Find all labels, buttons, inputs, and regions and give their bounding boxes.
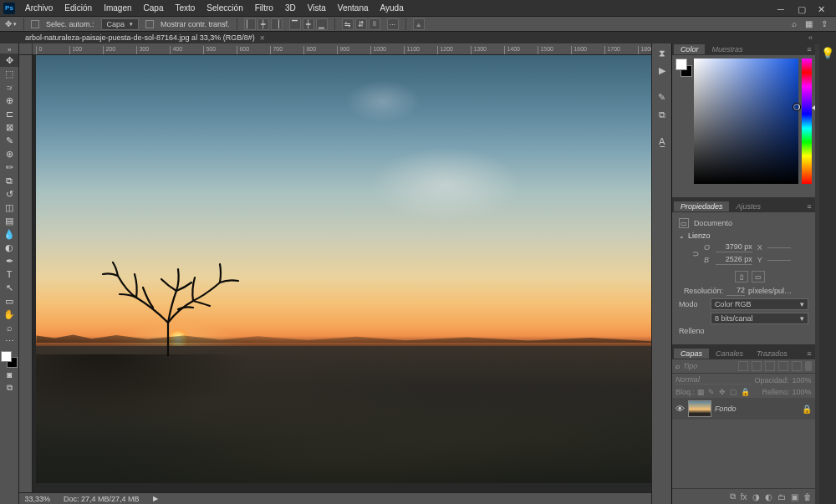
align-right-icon[interactable]: ▕ [271, 18, 283, 30]
collapse-toolbar-icon[interactable]: » [0, 45, 18, 53]
menu-texto[interactable]: Texto [170, 2, 200, 14]
filter-kind-select[interactable]: Tipo [683, 362, 735, 370]
history-brush-tool[interactable]: ↺ [0, 187, 18, 201]
share-icon[interactable]: ⇪ [821, 19, 828, 28]
fill-opacity-value[interactable]: 100% [793, 388, 812, 396]
panel-menu-icon[interactable]: ≡ [807, 202, 814, 211]
minimize-button[interactable]: ─ [777, 4, 786, 13]
tab-color[interactable]: Color [674, 44, 706, 54]
filter-type-icon[interactable] [765, 361, 775, 371]
layer-name[interactable]: Fondo [715, 405, 798, 413]
doc-size[interactable]: Doc: 27,4 MB/27,4 MB [64, 495, 140, 503]
actions-play-icon[interactable]: ▶ [655, 63, 670, 78]
link-dimensions-icon[interactable]: ⊃ [692, 249, 699, 258]
eyedropper-tool[interactable]: ✎ [0, 134, 18, 147]
height-value[interactable]: 2526 px [716, 255, 752, 265]
x-value[interactable] [767, 247, 791, 248]
opacity-value[interactable]: 100% [793, 376, 812, 384]
ruler-origin[interactable] [19, 43, 33, 54]
character-panel-icon[interactable]: A̲ [655, 134, 670, 149]
filter-pixel-icon[interactable] [738, 361, 748, 371]
current-tool-indicator[interactable]: ✥▾ [5, 19, 17, 28]
clone-source-icon[interactable]: ⧉ [655, 107, 670, 122]
layer-mask-icon[interactable]: ◑ [752, 492, 760, 501]
lock-position-icon[interactable]: ✥ [719, 388, 727, 396]
type-tool[interactable]: T [0, 267, 18, 281]
eraser-tool[interactable]: ◫ [0, 201, 18, 214]
path-select-tool[interactable]: ↖ [0, 281, 18, 294]
distribute-v-icon[interactable]: ⇵ [355, 18, 367, 30]
document-tab[interactable]: arbol-naturaleza-paisaje-puesta-de-sol-8… [18, 33, 272, 43]
menu-ventana[interactable]: Ventana [333, 2, 374, 14]
tab-swatches[interactable]: Muestras [705, 44, 749, 54]
clone-stamp-tool[interactable]: ⧉ [0, 174, 18, 187]
lock-transparency-icon[interactable]: ▦ [697, 388, 706, 396]
filter-shape-icon[interactable] [778, 361, 788, 371]
distribute-h-icon[interactable]: ⇋ [342, 18, 354, 30]
filter-kind-icon[interactable]: ⌕ [675, 362, 680, 370]
tab-layers[interactable]: Capas [674, 349, 709, 359]
lock-image-icon[interactable]: ✎ [708, 388, 716, 396]
layer-locked-icon[interactable]: 🔒 [802, 405, 812, 414]
edit-toolbar-icon[interactable]: ⋯ [0, 334, 18, 348]
dodge-tool[interactable]: ◐ [0, 241, 18, 254]
layer-row[interactable]: 👁 Fondo 🔒 [672, 398, 815, 420]
show-transform-checkbox[interactable] [145, 20, 154, 28]
foreground-swatch[interactable] [1, 351, 12, 362]
foreground-mini-swatch[interactable] [675, 59, 687, 70]
maximize-button[interactable]: ▢ [798, 4, 806, 13]
healing-tool[interactable]: ⊛ [0, 147, 18, 160]
frame-tool[interactable]: ⊠ [0, 120, 18, 134]
color-mode-select[interactable]: Color RGB▾ [711, 298, 808, 310]
3d-mode-icon[interactable]: ⟁ [413, 18, 425, 30]
zoom-level[interactable]: 33,33% [24, 495, 50, 503]
distribute-spacing-icon[interactable]: ⫴ [369, 18, 380, 30]
pen-tool[interactable]: ✒ [0, 254, 18, 267]
panel-menu-icon[interactable]: ≡ [807, 349, 814, 358]
menu-vista[interactable]: Vista [303, 2, 331, 14]
group-icon[interactable]: 🗀 [777, 492, 786, 501]
layer-visibility-icon[interactable]: 👁 [675, 404, 685, 414]
auto-select-mode[interactable]: Capa▾ [101, 18, 140, 30]
filter-smart-icon[interactable] [792, 361, 802, 371]
align-center-v-icon[interactable]: ┿ [303, 18, 314, 30]
panel-menu-icon[interactable]: ≡ [807, 45, 814, 53]
move-tool[interactable]: ✥ [0, 53, 18, 67]
y-value[interactable] [767, 259, 791, 261]
menu-archivo[interactable]: Archivo [20, 2, 58, 14]
menu-capa[interactable]: Capa [139, 2, 169, 14]
menu-seleccion[interactable]: Selección [201, 2, 247, 14]
align-left-icon[interactable]: ▏ [244, 18, 256, 30]
props-canvas-section[interactable]: ⌄ Lienzo [679, 232, 808, 240]
ruler-vertical[interactable] [19, 55, 33, 492]
close-button[interactable]: ✕ [818, 4, 826, 13]
zoom-tool[interactable]: ⌕ [0, 321, 18, 334]
hand-tool[interactable]: ✋ [0, 308, 18, 321]
layer-thumbnail[interactable] [688, 400, 711, 417]
canvas-viewport[interactable] [33, 55, 651, 492]
filter-adjust-icon[interactable] [752, 361, 762, 371]
lock-artboard-icon[interactable]: ▢ [730, 388, 738, 396]
marquee-tool[interactable]: ⬚ [0, 67, 18, 80]
more-align-icon[interactable]: ··· [387, 18, 399, 30]
adjustment-layer-icon[interactable]: ◐ [765, 492, 772, 501]
new-layer-icon[interactable]: ▣ [791, 492, 798, 501]
blur-tool[interactable]: 💧 [0, 227, 18, 241]
portrait-icon[interactable]: ▯ [735, 271, 748, 283]
menu-edicion[interactable]: Edición [59, 2, 97, 14]
tab-paths[interactable]: Trazados [750, 349, 794, 359]
brush-settings-icon[interactable]: ✎ [655, 89, 670, 104]
width-value[interactable]: 3790 px [716, 242, 752, 252]
resolution-value[interactable]: 72 [726, 286, 745, 296]
menu-imagen[interactable]: Imagen [99, 2, 136, 14]
color-fgbg[interactable] [675, 59, 691, 194]
workspace-icon[interactable]: ▦ [805, 19, 813, 28]
blend-mode-select[interactable]: Normal [675, 375, 752, 384]
color-field[interactable] [694, 59, 798, 184]
quick-select-tool[interactable]: ⊕ [0, 94, 18, 107]
close-tab-icon[interactable]: × [260, 33, 265, 43]
tab-channels[interactable]: Canales [709, 349, 750, 359]
lasso-tool[interactable]: ⟉ [0, 80, 18, 94]
quickmask-icon[interactable]: ◙ [0, 368, 18, 381]
canvas-image[interactable] [36, 55, 651, 483]
